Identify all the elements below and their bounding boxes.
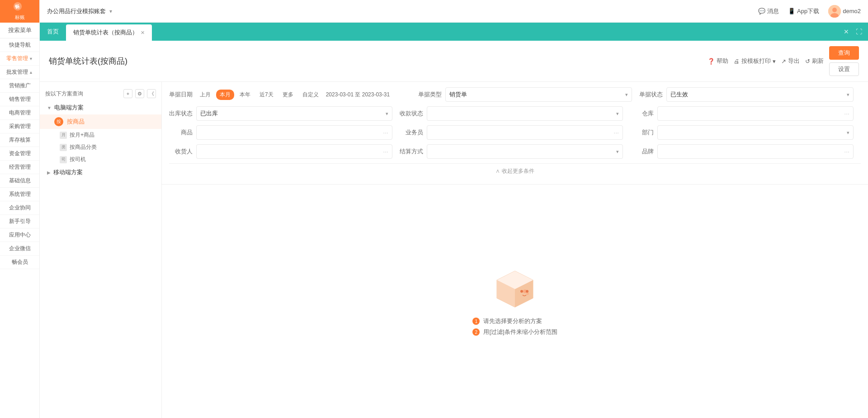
empty-tip-1: 1 请先选择要分析的方案 [472, 317, 557, 325]
tab-sales-report[interactable]: 销货单统计表（按商品） ✕ [66, 24, 152, 41]
doc-type-arrow[interactable]: ▾ [625, 92, 628, 98]
warehouse-status-control[interactable]: 已出库 ▾ [196, 106, 392, 121]
tab-maximize[interactable]: ⛶ [854, 26, 864, 37]
settlement-arrow[interactable]: ▾ [616, 149, 619, 155]
sidebar-nav-apps[interactable]: 应用中心 [0, 228, 39, 242]
date-this-month[interactable]: 本月 [216, 90, 234, 100]
logo-area: 畅 标账 [0, 0, 39, 23]
help-icon: ❓ [708, 58, 715, 65]
collapse-panel-button[interactable]: 《 [147, 89, 156, 98]
doc-status-label: 单据状态 [639, 90, 666, 99]
sidebar-nav-wholesale[interactable]: 批发管理 ▲ [0, 66, 39, 79]
sidebar-nav-purchase[interactable]: 采购管理 [0, 120, 39, 133]
scheme-by-month-goods[interactable]: 月 按月+商品 [40, 129, 161, 141]
tree-group-mobile-header[interactable]: ▶ 移动端方案 [40, 166, 161, 179]
doc-type-control[interactable]: 销货单 ▾ [445, 87, 632, 102]
date-custom[interactable]: 自定义 [299, 90, 322, 100]
export-button[interactable]: ↗ 导出 [781, 57, 800, 65]
sidebar-nav-wechat[interactable]: 企业微信 [0, 242, 39, 256]
sidebar-nav-quick[interactable]: 快捷导航 [0, 38, 39, 52]
settings-button[interactable]: 设置 [829, 62, 859, 76]
doc-status-value: 已生效 [670, 90, 847, 99]
doc-type-value: 销货单 [449, 90, 626, 99]
warehouse-status-value: 已出库 [200, 109, 386, 118]
scheme-settings-button[interactable]: ⚙ [135, 89, 144, 98]
tab-home[interactable]: 首页 [40, 23, 66, 41]
settlement-label: 结算方式 [400, 147, 427, 156]
sidebar-nav-ecommerce[interactable]: 电商管理 [0, 106, 39, 120]
scheme-by-driver[interactable]: 司 按司机 [40, 153, 161, 166]
receiver-control[interactable]: ··· [196, 144, 392, 159]
warehouse-control[interactable]: ··· [657, 106, 854, 121]
department-arrow[interactable]: ▾ [847, 130, 849, 136]
receiver-dots[interactable]: ··· [383, 148, 388, 155]
warehouse-status-arrow[interactable]: ▾ [386, 111, 388, 117]
topbar: 办公用品行业模拟账套 ▾ 💬 消息 📱 App下载 de [40, 0, 868, 23]
goods-dots[interactable]: ··· [383, 129, 388, 136]
date-more[interactable]: 更多 [279, 90, 297, 100]
date-filter: 上月 本月 本年 近7天 更多 自定义 2023-03-01 至 2023-03… [196, 87, 411, 102]
tab-close-icon[interactable]: ✕ [141, 30, 145, 36]
avatar-image [828, 5, 841, 18]
sidebar-nav-member[interactable]: 畅会员 [0, 256, 39, 269]
warehouse-dots[interactable]: ··· [844, 110, 849, 117]
payment-status-arrow[interactable]: ▾ [616, 111, 619, 117]
template-print-button[interactable]: 🖨 按模板打印 ▾ [734, 57, 776, 65]
page-actions: ❓ 帮助 🖨 按模板打印 ▾ ↗ 导出 ↺ 刷新 查询 [708, 46, 859, 81]
topbar-dropdown[interactable]: ▾ [109, 8, 112, 14]
date-this-year[interactable]: 本年 [236, 90, 254, 100]
help-button[interactable]: ❓ 帮助 [708, 57, 728, 65]
app-download-button[interactable]: 📱 App下载 [788, 7, 819, 15]
sidebar-nav-system[interactable]: 系统管理 [0, 188, 39, 201]
department-control[interactable]: ▾ [657, 125, 854, 140]
sidebar-nav-ops[interactable]: 经营管理 [0, 161, 39, 174]
sidebar-search[interactable]: 搜索菜单 [0, 23, 39, 38]
sidebar-nav-sales[interactable]: 销售管理 [0, 93, 39, 106]
sidebar-nav-basic[interactable]: 基础信息 [0, 174, 39, 188]
export-icon: ↗ [781, 58, 786, 65]
tab-close-window[interactable]: ✕ [841, 26, 852, 37]
doc-status-control[interactable]: 已生效 ▾ [666, 87, 854, 102]
query-button[interactable]: 查询 [829, 46, 859, 60]
date-7days[interactable]: 近7天 [256, 90, 277, 100]
topbar-title: 办公用品行业模拟账套 [47, 7, 106, 15]
collapse-icon: 《 [149, 90, 154, 97]
scheme-by-goods-category[interactable]: 类 按商品分类 [40, 141, 161, 153]
user-menu[interactable]: demo2 [828, 5, 861, 18]
scheme-by-goods[interactable]: 按 按商品 [40, 114, 161, 129]
brand-control[interactable]: ··· [657, 144, 854, 159]
sidebar-nav-finance[interactable]: 资金管理 [0, 147, 39, 161]
sidebar-nav-guide[interactable]: 新手引导 [0, 215, 39, 228]
doc-status-arrow[interactable]: ▾ [847, 92, 849, 98]
message-button[interactable]: 💬 消息 [758, 7, 779, 15]
expand-icon: ▼ [47, 105, 52, 110]
sidebar-nav-corp[interactable]: 企业协同 [0, 201, 39, 215]
svg-point-10 [526, 292, 529, 295]
body-area: 按以下方案查询 + ⚙ 《 [40, 82, 868, 418]
salesperson-dots[interactable]: ··· [613, 129, 619, 136]
goods-control[interactable]: ··· [196, 125, 392, 140]
tree-group-desktop-header[interactable]: ▼ 电脑端方案 [40, 101, 161, 114]
salesperson-control[interactable]: ··· [427, 125, 623, 140]
add-scheme-button[interactable]: + [123, 89, 132, 98]
svg-text:畅: 畅 [15, 4, 19, 9]
date-label: 单据日期 [169, 90, 196, 99]
logo-icon: 畅 [13, 2, 27, 13]
tree-group-mobile: ▶ 移动端方案 [40, 166, 161, 179]
filter-row-4: 收货人 ··· 结算方式 ▾ 品牌 ··· [169, 144, 861, 159]
settlement-control[interactable]: ▾ [427, 144, 623, 159]
scheme-sub-icon: 月 [60, 132, 67, 139]
sidebar-nav-inventory[interactable]: 库存核算 [0, 133, 39, 147]
refresh-button[interactable]: ↺ 刷新 [805, 57, 824, 65]
payment-status-control[interactable]: ▾ [427, 106, 623, 121]
message-icon: 💬 [758, 8, 765, 14]
payment-status-label: 收款状态 [400, 109, 427, 118]
sidebar-nav-marketing[interactable]: 营销推广 [0, 79, 39, 93]
empty-illustration [488, 266, 542, 312]
scheme-sub-icon-2: 类 [60, 144, 67, 151]
tip-num-2: 2 [472, 328, 480, 336]
sidebar-nav-retail[interactable]: 零售管理 ▼ [0, 52, 39, 66]
collapse-bar[interactable]: ∧ 收起更多条件 [169, 163, 861, 179]
brand-dots[interactable]: ··· [844, 148, 849, 155]
date-last-month[interactable]: 上月 [196, 90, 214, 100]
